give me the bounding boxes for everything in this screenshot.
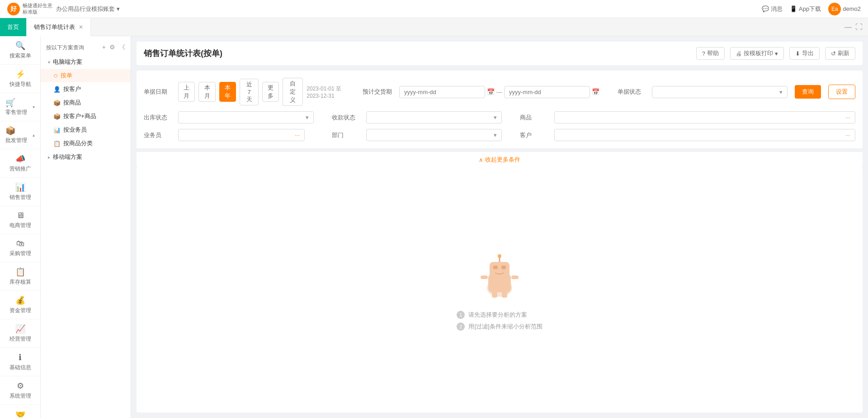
goods-ellipsis[interactable]: ··· (845, 114, 850, 121)
category-icon: 📋 (53, 140, 61, 147)
customer-label: 客户 (520, 131, 547, 139)
print-button[interactable]: 🖨 按模板打印 ▾ (730, 47, 784, 60)
last-month-button[interactable]: 上月 (178, 82, 195, 102)
this-month-button[interactable]: 本月 (198, 82, 215, 102)
status-select[interactable]: ▾ (652, 86, 788, 98)
this-year-button[interactable]: 本年 (219, 82, 236, 102)
page-title: 销售订单统计表(按单) (144, 48, 222, 59)
message-button[interactable]: 💬 消息 (762, 5, 783, 13)
print-icon: 🖨 (736, 50, 742, 57)
tab-home[interactable]: 首页 (0, 18, 27, 36)
collapse-bar[interactable]: ∧ 收起更多条件 (137, 152, 863, 167)
calendar-end-icon[interactable]: 📅 (592, 88, 599, 95)
help-icon: ? (702, 50, 705, 57)
more-date-button[interactable]: 更多 (262, 82, 279, 102)
customer-icon: 👤 (53, 86, 61, 93)
sidebar-item-finance[interactable]: 💰 资金管理 (0, 291, 40, 319)
wholesale-icon: 📦 (5, 126, 15, 136)
search-menu-item[interactable]: 🔍 搜索菜单 (0, 36, 40, 65)
tree-item-pc-scheme[interactable]: ▾ 电脑端方案 (41, 55, 131, 69)
expected-date-end[interactable] (504, 86, 590, 98)
app-download-button[interactable]: 📱 App下载 (790, 5, 821, 13)
print-dropdown-icon: ▾ (775, 50, 778, 57)
add-scheme-button[interactable]: + (102, 43, 106, 52)
filter-row-1: 单据日期 上月 本月 本年 近7天 更多 自定义 2023-01-01 至 20… (144, 78, 855, 106)
salesperson-icon: 📊 (53, 127, 61, 133)
export-button[interactable]: ⬇ 导出 (789, 47, 820, 60)
system-icon: ⚙ (17, 381, 24, 391)
workspace-selector[interactable]: 办公用品行业模拟账套 ▾ (56, 5, 120, 13)
sidebar-item-system[interactable]: ⚙ 系统管理 (0, 376, 40, 405)
logo-area: 好 畅捷通好生意 标准版 (7, 3, 52, 15)
sidebar-item-enterprise[interactable]: 🤝 企业协同 (0, 405, 40, 418)
last7-button[interactable]: 近7天 (240, 79, 259, 105)
expected-date-label: 预计交货期 (363, 88, 392, 96)
settings-button[interactable]: 设置 (828, 85, 855, 99)
payment-status-label: 收款状态 (332, 114, 359, 122)
customer-ellipsis[interactable]: ··· (845, 132, 850, 138)
sidebar-item-marketing[interactable]: 📣 营销推广 (0, 149, 40, 178)
payment-status-select[interactable]: ▾ (366, 111, 502, 124)
goods-select[interactable]: ··· (554, 111, 855, 124)
tree-item-mobile-scheme[interactable]: ▸ 移动端方案 (41, 150, 131, 164)
help-button[interactable]: ? 帮助 (696, 47, 725, 60)
out-status-select[interactable]: ▾ (178, 111, 314, 124)
custom-date-button[interactable]: 自定义 (283, 78, 303, 106)
sidebar-item-sales[interactable]: 📊 销售管理 (0, 178, 40, 206)
collapse-panel-button[interactable]: 《 (119, 43, 125, 52)
query-button[interactable]: 查询 (795, 85, 821, 99)
ecommerce-icon: 🖥 (16, 211, 24, 220)
sidebar-item-purchase[interactable]: 🛍 采购管理 (0, 234, 40, 262)
sidebar-item-operations[interactable]: 📈 经营管理 (0, 319, 40, 348)
empty-tips: 1 请先选择要分析的方案 2 用[过滤]条件来缩小分析范围 (457, 311, 542, 331)
date-label: 单据日期 (144, 88, 171, 96)
operations-icon: 📈 (15, 324, 25, 334)
tab-sales-order-stat[interactable]: 销售订单统计表 ✕ (27, 18, 91, 36)
filter-row-2: 出库状态 ▾ 收款状态 ▾ 商品 ··· (144, 111, 855, 124)
salesperson-select[interactable]: ··· (178, 129, 305, 141)
top-bar: 好 畅捷通好生意 标准版 办公用品行业模拟账套 ▾ 💬 消息 📱 App下载 E… (0, 0, 868, 18)
chevron-down-icon: ▾ (117, 5, 120, 12)
header-actions: ? 帮助 🖨 按模板打印 ▾ ⬇ 导出 ↺ 刷新 (696, 47, 855, 60)
sidebar-item-wholesale[interactable]: 📦 批发管理 ▴ (0, 121, 40, 149)
sidebar-item-inventory[interactable]: 📋 库存核算 (0, 262, 40, 291)
page-header: 销售订单统计表(按单) ? 帮助 🖨 按模板打印 ▾ ⬇ 导出 (137, 42, 863, 65)
salesperson-ellipsis[interactable]: ··· (295, 132, 300, 138)
department-select[interactable]: ▾ (366, 129, 502, 141)
department-dropdown-icon: ▾ (494, 132, 497, 138)
close-tab-icon[interactable]: ✕ (79, 24, 83, 30)
quick-nav-item[interactable]: ⚡ 快捷导航 (0, 65, 40, 93)
settings-scheme-button[interactable]: ⚙ (109, 43, 115, 52)
customer-select[interactable]: ··· (554, 129, 855, 141)
maximize-icon[interactable]: ⛶ (855, 23, 863, 31)
empty-state: 1 请先选择要分析的方案 2 用[过滤]条件来缩小分析范围 (137, 167, 863, 413)
window-controls: — ⛶ (844, 23, 868, 31)
svg-rect-2 (490, 262, 509, 277)
tree-item-by-goods-category[interactable]: 📋 按商品分类 (41, 137, 131, 150)
minimize-icon[interactable]: — (844, 23, 852, 31)
panel-header-icons: + ⚙ 《 (102, 43, 125, 52)
svg-rect-9 (492, 291, 497, 298)
tree-item-by-salesperson[interactable]: 📊 按业务员 (41, 123, 131, 137)
search-icon: 🔍 (15, 41, 25, 51)
user-profile[interactable]: Ea demo2 (828, 3, 861, 15)
tree-item-by-order[interactable]: ○ 按单 (41, 69, 131, 82)
order-icon: ○ (53, 71, 58, 80)
tree-item-by-goods[interactable]: 📦 按商品 (41, 96, 131, 109)
tree-collapse-icon: ▸ (48, 155, 50, 160)
status-label: 单据状态 (618, 88, 645, 96)
refresh-button[interactable]: ↺ 刷新 (825, 47, 855, 60)
sidebar-item-basic-info[interactable]: ℹ 基础信息 (0, 348, 40, 376)
refresh-icon: ↺ (831, 50, 836, 57)
sidebar-item-ecommerce[interactable]: 🖥 电商管理 (0, 206, 40, 234)
calendar-start-icon[interactable]: 📅 (487, 88, 495, 95)
top-bar-right: 💬 消息 📱 App下载 Ea demo2 (762, 3, 861, 15)
tree-item-by-customer[interactable]: 👤 按客户 (41, 82, 131, 96)
tree-item-by-customer-goods[interactable]: 📦 按客户+商品 (41, 109, 131, 123)
goods-label: 商品 (520, 114, 547, 122)
sidebar-item-retail[interactable]: 🛒 零售管理 ▾ (0, 93, 40, 121)
expected-date-start[interactable] (399, 86, 485, 98)
marketing-icon: 📣 (15, 154, 25, 164)
logo-text: 畅捷通好生意 标准版 (23, 3, 52, 14)
enterprise-icon: 🤝 (15, 409, 25, 418)
